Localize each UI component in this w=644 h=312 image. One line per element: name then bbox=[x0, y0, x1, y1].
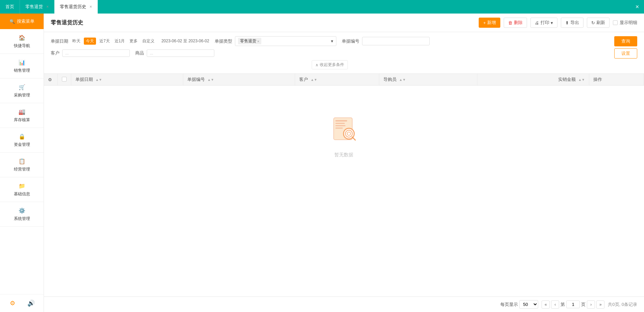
sidebar-search-label: 搜索菜单 bbox=[17, 18, 34, 24]
table-header-row: ⚙ 单据日期 ▲▼ 单据编号 ▲▼ bbox=[44, 74, 644, 86]
shortcut-today[interactable]: 今天 bbox=[84, 38, 96, 45]
page-unit-label: 页 bbox=[581, 302, 586, 308]
add-icon: + bbox=[483, 20, 486, 25]
customer-sort-icons[interactable]: ▲▼ bbox=[311, 78, 317, 82]
sidebar-item-purchase-mgmt[interactable]: 🛒 采购管理 bbox=[0, 79, 44, 103]
doc-date-sort-icons[interactable]: ▲▼ bbox=[95, 78, 102, 82]
sidebar-item-operations-mgmt[interactable]: 📋 经营管理 bbox=[0, 153, 44, 177]
table-body: 暂无数据 bbox=[44, 86, 644, 185]
doc-no-input[interactable] bbox=[362, 37, 430, 45]
show-detail-checkbox[interactable] bbox=[613, 20, 618, 25]
table-wrapper: ⚙ 单据日期 ▲▼ 单据编号 ▲▼ bbox=[44, 74, 644, 296]
shortcut-custom[interactable]: 自定义 bbox=[141, 38, 156, 45]
filter-settings-button[interactable]: 设置 bbox=[614, 48, 637, 59]
query-button[interactable]: 查询 bbox=[614, 36, 637, 46]
th-settings: ⚙ bbox=[44, 74, 57, 86]
sidebar-item-inventory[interactable]: 🏭 库存核算 bbox=[0, 103, 44, 128]
customer-input[interactable]: ... bbox=[62, 49, 130, 57]
sidebar-item-system-mgmt[interactable]: ⚙️ 系统管理 bbox=[0, 202, 44, 227]
filter-actions: 查询 设置 bbox=[609, 36, 637, 69]
refresh-button-label: 刷新 bbox=[596, 20, 605, 26]
tab-home-label: 首页 bbox=[5, 4, 14, 10]
refresh-button[interactable]: ↻ 刷新 bbox=[587, 18, 610, 28]
type-select[interactable]: 零售退货 × ▾ bbox=[235, 36, 336, 46]
tab-retail-return[interactable]: 零售退货 × bbox=[20, 0, 54, 14]
filter-date-range: 2023-06-02 至 2023-06-02 bbox=[161, 38, 209, 44]
delete-button[interactable]: 🗑 删除 bbox=[504, 18, 527, 28]
print-dropdown-icon: ▾ bbox=[551, 20, 553, 25]
th-doc-no-label: 单据编号 bbox=[187, 77, 205, 82]
header-checkbox[interactable] bbox=[62, 77, 67, 82]
tab-home[interactable]: 首页 bbox=[0, 0, 20, 14]
top-bar: 首页 零售退货 × 零售退货历史 × × bbox=[0, 0, 644, 14]
type-select-inner: 零售退货 × bbox=[238, 38, 331, 44]
shortcut-1month[interactable]: 近1月 bbox=[113, 38, 126, 45]
th-customer: 客户 ▲▼ bbox=[295, 74, 379, 86]
svg-point-6 bbox=[345, 130, 352, 137]
home-icon: 🏠 bbox=[18, 34, 26, 41]
th-doc-date-label: 单据日期 bbox=[75, 77, 93, 82]
tab-retail-return-history-close[interactable]: × bbox=[90, 4, 92, 9]
goods-input[interactable]: ... bbox=[147, 49, 214, 57]
sidebar: 🔍 搜索菜单 🏠 快捷导航 📊 销售管理 🛒 采购管理 🏭 库存核算 🔒 资金管… bbox=[0, 14, 44, 312]
purchase-icon: 🛒 bbox=[18, 83, 26, 91]
sidebar-search-button[interactable]: 🔍 搜索菜单 bbox=[0, 14, 44, 29]
guide-sort-icons[interactable]: ▲▼ bbox=[399, 78, 406, 82]
per-page-label: 每页显示 bbox=[500, 302, 518, 308]
tab-retail-return-close[interactable]: × bbox=[46, 4, 49, 9]
export-button[interactable]: ⬆ 导出 bbox=[561, 18, 583, 28]
filter-settings-label: 设置 bbox=[621, 51, 630, 56]
per-page-selector: 每页显示 50 10 20 100 bbox=[500, 300, 538, 309]
page-prev-button[interactable]: ‹ bbox=[551, 300, 559, 309]
svg-rect-4 bbox=[335, 128, 343, 129]
export-icon: ⬆ bbox=[565, 20, 569, 25]
sidebar-item-quick-nav[interactable]: 🏠 快捷导航 bbox=[0, 29, 44, 54]
collapse-arrow-icon: ∧ bbox=[315, 63, 318, 67]
shortcut-yesterday[interactable]: 昨天 bbox=[71, 38, 82, 45]
type-tag-close[interactable]: × bbox=[257, 39, 259, 43]
sidebar-item-finance-mgmt[interactable]: 🔒 资金管理 bbox=[0, 128, 44, 153]
page-nav: « ‹ 第 页 › » bbox=[542, 300, 604, 309]
tab-retail-return-label: 零售退货 bbox=[25, 4, 43, 10]
sidebar-item-sales-mgmt-label: 销售管理 bbox=[14, 68, 30, 73]
page-last-button[interactable]: » bbox=[596, 300, 604, 309]
type-tag: 零售退货 × bbox=[238, 38, 261, 44]
window-close-button[interactable]: × bbox=[630, 0, 644, 14]
settings-gear-icon[interactable]: ⚙ bbox=[7, 298, 18, 309]
svg-rect-3 bbox=[335, 125, 345, 126]
shortcut-more[interactable]: 更多 bbox=[128, 38, 139, 45]
amount-sort-icons[interactable]: ▲▼ bbox=[578, 78, 585, 82]
search-icon: 🔍 bbox=[9, 19, 15, 24]
sidebar-item-system-mgmt-label: 系统管理 bbox=[14, 216, 30, 222]
per-page-select[interactable]: 50 10 20 100 bbox=[519, 300, 538, 309]
show-detail-row: 显示明细 bbox=[613, 20, 637, 26]
type-filter-label: 单据类型 bbox=[215, 38, 232, 44]
page-label: 第 bbox=[560, 302, 565, 308]
th-doc-no: 单据编号 ▲▼ bbox=[183, 74, 295, 86]
date-shortcuts: 昨天 今天 近7天 近1月 更多 自定义 bbox=[71, 38, 156, 45]
collapse-button[interactable]: ∧ 收起更多条件 bbox=[312, 60, 348, 69]
print-button[interactable]: 🖨 打印 ▾ bbox=[530, 18, 557, 28]
volume-icon[interactable]: 🔊 bbox=[26, 298, 37, 309]
page-total-label: 共0页, 0条记录 bbox=[608, 302, 637, 308]
basic-info-icon: 📁 bbox=[18, 182, 26, 190]
settings-col-icon[interactable]: ⚙ bbox=[48, 77, 52, 82]
page-number-input[interactable] bbox=[566, 300, 580, 308]
empty-state-row: 暂无数据 bbox=[44, 86, 644, 185]
add-button[interactable]: + 新增 bbox=[479, 18, 500, 28]
sidebar-item-sales-mgmt[interactable]: 📊 销售管理 bbox=[0, 54, 44, 79]
shortcut-7days[interactable]: 近7天 bbox=[98, 38, 111, 45]
page-first-button[interactable]: « bbox=[542, 300, 550, 309]
tab-retail-return-history[interactable]: 零售退货历史 × bbox=[54, 0, 98, 14]
refresh-icon: ↻ bbox=[591, 20, 595, 25]
print-icon: 🖨 bbox=[535, 20, 539, 25]
sidebar-item-basic-info[interactable]: 📁 基础信息 bbox=[0, 177, 44, 202]
empty-state: 暂无数据 bbox=[44, 86, 644, 185]
page-title: 零售退货历史 bbox=[51, 19, 83, 26]
page-next-button[interactable]: › bbox=[587, 300, 595, 309]
data-table: ⚙ 单据日期 ▲▼ 单据编号 ▲▼ bbox=[44, 74, 644, 185]
doc-no-sort-icons[interactable]: ▲▼ bbox=[207, 78, 214, 82]
filter-main: 单据日期 昨天 今天 近7天 近1月 更多 自定义 2023-06- bbox=[51, 36, 609, 69]
svg-line-7 bbox=[352, 137, 355, 140]
sales-icon: 📊 bbox=[18, 59, 26, 66]
